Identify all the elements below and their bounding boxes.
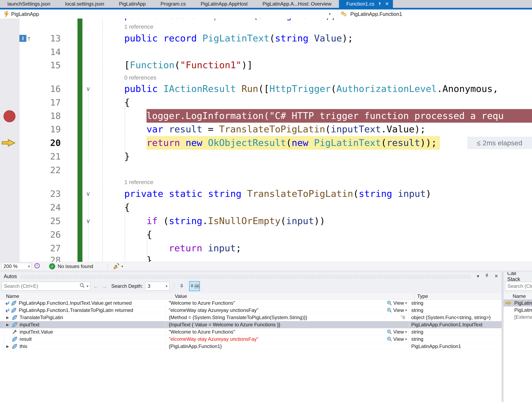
column-header-name[interactable]: Name — [4, 293, 171, 299]
call-stack-title-bar[interactable]: Call Stack — [504, 272, 532, 280]
tab-launchsettings-json[interactable]: launchSettings.json — [0, 0, 58, 8]
pin-icon[interactable] — [378, 2, 382, 6]
autos-row[interactable]: PigLatinApp.Function1.InputText.Value.ge… — [0, 300, 501, 307]
tab-piglatinapp[interactable]: PigLatinApp — [112, 0, 153, 8]
collapse-chevron-icon[interactable]: ∨ — [84, 214, 93, 228]
expander-icon[interactable]: ▶ — [4, 315, 11, 320]
visualizer-magnifier-icon[interactable] — [387, 308, 392, 313]
call-stack-panel: Call Stack Name PigLatinAPigLatinA[Exter… — [504, 272, 532, 402]
autos-row[interactable]: result"elcomeWay otay Azureyay unctionsF… — [0, 336, 501, 343]
autos-search[interactable]: ▾ — [2, 282, 90, 290]
code-line[interactable]: return new OkObjectResult(new PigLatinTe… — [146, 136, 437, 150]
call-stack-frame[interactable]: [External — [504, 313, 532, 321]
search-icon[interactable] — [80, 283, 85, 289]
chevron-down-icon[interactable]: ▾ — [87, 285, 89, 288]
autos-value-cell: "elcomeWay otay Azureyay unctionsFay"Vie… — [165, 336, 409, 343]
code-line[interactable]: return input; — [169, 241, 241, 255]
code-line[interactable]: if (string.IsNullOrEmpty(input)) — [146, 214, 325, 228]
row-margin — [0, 307, 4, 314]
variable-value: "Welcome to Azure Functions" — [169, 300, 235, 306]
chevron-down-icon[interactable]: ▾ — [405, 330, 407, 334]
code-line[interactable]: var result = TranslateToPigLatin(inputTe… — [146, 122, 426, 136]
autos-row[interactable]: inputText.Value"Welcome to Azure Functio… — [0, 328, 501, 336]
code-line[interactable]: public record InputText(string Value); — [124, 19, 336, 22]
tab-local-settings-json[interactable]: local.settings.json — [58, 0, 111, 8]
expander-icon[interactable]: ▶ — [4, 323, 11, 327]
autos-row[interactable]: ▶inputText{InputText { Value = Welcome t… — [0, 321, 501, 328]
variable-type: PigLatinApp.Function1 — [409, 344, 501, 349]
zoom-select[interactable]: 200 % ▾ — [2, 263, 32, 270]
inheritance-margin-icon[interactable]: I — [19, 35, 26, 42]
show-values-inline-button[interactable]: ab — [189, 281, 200, 291]
close-icon[interactable]: ✕ — [385, 2, 389, 6]
tab-program-cs[interactable]: Program.cs — [153, 0, 193, 8]
code-line[interactable]: } — [146, 253, 152, 262]
view-visualizer-button[interactable]: View▾ — [387, 336, 407, 343]
code-line[interactable]: public IActionResult Run([HttpTrigger(Au… — [124, 82, 504, 96]
view-visualizer-button[interactable]: View▾ — [387, 328, 407, 335]
pin-values-button[interactable] — [177, 282, 187, 291]
call-stack-frame[interactable]: PigLatinA — [504, 306, 532, 313]
forward-arrow-icon[interactable]: → — [101, 283, 108, 290]
search-input[interactable] — [2, 283, 80, 289]
autos-row[interactable]: ▶TranslateToPigLatin{Method = {System.St… — [0, 314, 501, 321]
code-line[interactable]: } — [124, 150, 130, 163]
breakpoint-icon[interactable] — [4, 110, 15, 122]
panel-splitter-vertical[interactable] — [501, 272, 504, 402]
chevron-down-icon[interactable]: ▾ — [329, 9, 331, 19]
code-line[interactable]: { — [124, 96, 130, 109]
code-line[interactable]: private static string TranslateToPigLati… — [124, 187, 431, 201]
panel-splitter[interactable] — [0, 270, 532, 272]
chevron-down-icon[interactable]: ▾ — [405, 309, 407, 312]
column-header-type[interactable]: Type — [415, 293, 501, 299]
tab-piglatinapp-apphost[interactable]: PigLatinApp.AppHost — [193, 0, 255, 8]
breadcrumb-project[interactable]: PigLatinApp — [11, 9, 39, 19]
close-icon[interactable]: ✕ — [494, 274, 498, 279]
no-issues-check-icon[interactable]: ✓ — [49, 263, 55, 269]
column-header-value[interactable]: Value — [171, 293, 415, 299]
suggestion-icon[interactable] — [34, 262, 40, 270]
view-visualizer-button[interactable]: View▾ — [387, 300, 407, 306]
instruction-pointer-icon[interactable] — [1, 138, 17, 148]
autos-title-bar[interactable]: Autos ▾ ✕ — [0, 272, 501, 280]
chevron-down-icon[interactable]: ▾ — [405, 301, 407, 305]
collapse-chevron-icon[interactable]: ∨ — [84, 187, 93, 201]
autos-name-cell: ▶inputText — [0, 321, 165, 328]
back-arrow-icon[interactable]: ← — [93, 283, 99, 290]
codelens-references[interactable]: 0 references — [124, 74, 156, 82]
variable-value: "elcomeWay otay Azureyay unctionsFay" — [169, 336, 258, 342]
breadcrumb-member[interactable]: PigLatinApp.Function1 — [350, 9, 402, 19]
codelens-references[interactable]: 1 reference — [124, 178, 153, 186]
call-stack-frame[interactable]: PigLatinA — [504, 300, 532, 306]
chevron-down-icon[interactable]: ▾ — [405, 338, 407, 341]
view-visualizer-button[interactable]: View▾ — [387, 307, 407, 314]
code-line[interactable]: [Function("Function1")] — [124, 58, 253, 72]
call-stack-search[interactable] — [505, 282, 532, 290]
tab-function1-cs[interactable]: Function1.cs✕ — [339, 0, 393, 8]
search-depth-select[interactable]: 3 ▾ — [145, 282, 170, 290]
auto-hide-pin-icon[interactable] — [485, 273, 489, 279]
code-cleanup-button[interactable]: ▾ — [113, 263, 123, 270]
issues-status[interactable]: No issues found — [58, 263, 93, 269]
drag-texture — [20, 275, 471, 278]
code-editor[interactable]: public record InputText(string Value);1 … — [0, 19, 532, 262]
column-header-name[interactable]: Name — [513, 293, 526, 299]
variable-name: inputText.Value — [19, 329, 53, 335]
tab-piglatinapp-a-host-overview[interactable]: PigLatinApp.A...Host: Overview — [255, 0, 339, 8]
codelens-references[interactable]: 1 reference — [124, 23, 153, 31]
code-line[interactable]: logger.LogInformation("C# HTTP trigger f… — [146, 109, 504, 123]
autos-row[interactable]: PigLatinApp.Function1.TranslateToPigLati… — [0, 307, 501, 314]
visualizer-magnifier-icon[interactable] — [387, 336, 392, 342]
autos-row[interactable]: ▶this{PigLatinApp.Function1}PigLatinApp.… — [0, 343, 501, 350]
variable-value: {PigLatinApp.Function1} — [169, 344, 222, 349]
collapse-chevron-icon[interactable]: ∨ — [84, 82, 93, 96]
code-line[interactable]: { — [124, 201, 130, 214]
visualizer-magnifier-icon[interactable] — [387, 300, 392, 306]
code-line[interactable]: public record PigLatinText(string Value)… — [124, 32, 353, 45]
expander-icon[interactable]: ▶ — [4, 344, 11, 349]
search-input[interactable] — [505, 283, 532, 289]
visualizer-magnifier-icon[interactable] — [387, 329, 392, 335]
window-menu-icon[interactable]: ▾ — [477, 274, 479, 279]
call-stack-rows: PigLatinAPigLatinA[External — [504, 300, 532, 321]
code-line[interactable]: { — [146, 228, 152, 241]
